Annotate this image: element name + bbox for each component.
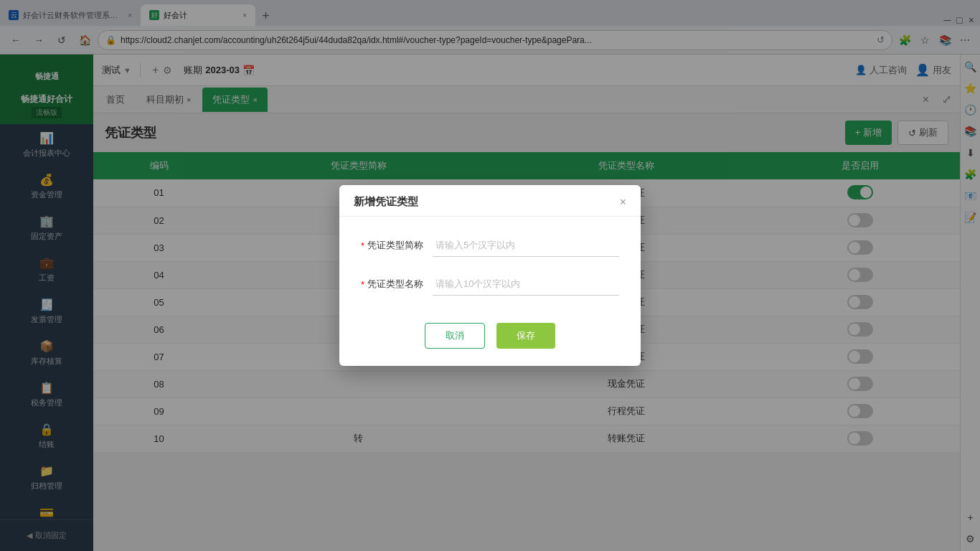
dialog-header: 新增凭证类型 × [339, 185, 641, 217]
save-button[interactable]: 保存 [496, 323, 555, 349]
full-name-row: * 凭证类型名称 [361, 273, 619, 296]
dialog-body: * 凭证类型简称 * 凭证类型名称 [339, 217, 641, 323]
dialog-close-button[interactable]: × [620, 196, 626, 209]
cancel-button[interactable]: 取消 [425, 323, 485, 349]
short-name-label: * 凭证类型简称 [361, 239, 433, 252]
short-name-input[interactable] [433, 234, 619, 257]
dialog-footer: 取消 保存 [339, 323, 641, 349]
required-star-2: * [361, 279, 364, 290]
full-name-label: * 凭证类型名称 [361, 278, 433, 291]
short-name-row: * 凭证类型简称 [361, 234, 619, 257]
cancel-button-label: 取消 [446, 330, 464, 341]
dialog-title: 新增凭证类型 [354, 195, 418, 209]
save-button-label: 保存 [517, 330, 535, 341]
add-voucher-type-dialog: 新增凭证类型 × * 凭证类型简称 * 凭证类型名称 取消 保存 [339, 185, 641, 366]
required-star-1: * [361, 240, 364, 251]
full-name-input[interactable] [433, 273, 619, 296]
